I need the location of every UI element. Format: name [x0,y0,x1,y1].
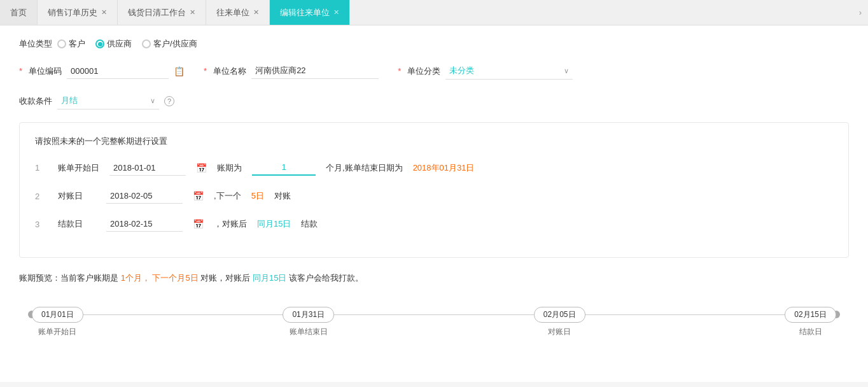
unit-type-group: 单位类型 客户 供应商 客户/供应商 [19,38,197,50]
preview-text: 账期预览：当前客户账期是 1个月， 下一个月5日 对账，对账后 同月15日 该客… [19,271,849,285]
timeline-label-1: 账单开始日 [38,327,76,337]
tab-partners-close[interactable]: ✕ [253,8,259,17]
radio-customer[interactable]: 客户 [57,38,85,50]
radio-group: 客户 供应商 客户/供应商 [57,38,197,50]
tab-edit-partner[interactable]: 编辑往来单位 ✕ [270,0,350,25]
unit-category-arrow: ∨ [564,67,569,75]
unit-category-label: 单位分类 [407,66,440,77]
unit-code-input[interactable] [67,64,169,79]
payment-terms-dropdown[interactable]: 月结 ∨ [57,92,159,109]
payment-terms-value: 月结 [61,95,148,106]
preview-label: 账期预览：当前客户账期是 [19,273,118,283]
timeline-label-4: 结款日 [799,327,822,337]
unit-category-dropdown[interactable]: 未分类 ∨ [445,62,573,80]
timeline-node-4: 02月15日 结款日 [785,307,836,337]
timeline-container: 01月01日 账单开始日 01月31日 账单结束日 02月05日 对账日 02月… [19,300,849,356]
row-3-highlight: 同月15日 [257,218,291,230]
row-1-cal-icon[interactable]: 📅 [196,163,207,173]
row-1-suffix-before: 账期为 [217,162,242,174]
row-3-cal-icon[interactable]: 📅 [193,219,204,229]
timeline-badge-1: 01月01日 [32,307,83,323]
radio-supplier-label: 供应商 [107,38,132,50]
timeline-node-3: 02月05日 对账日 [534,307,585,337]
unit-name-group: * 单位名称 [204,64,379,79]
radio-supplier[interactable]: 供应商 [95,38,132,50]
row-2-suffix: 对账 [274,190,291,202]
unit-name-label: 单位名称 [213,66,246,77]
payment-terms-row: 收款条件 月结 ∨ ? [19,92,849,109]
timeline-node-2: 01月31日 账单结束日 [283,307,334,337]
row-2-date-input[interactable] [106,188,183,204]
row-3-num: 3 [35,220,48,229]
payment-terms-group: 收款条件 月结 ∨ ? [19,92,174,109]
row-2-label: 对账日 [58,190,96,202]
preview-part2: 下一个月5日 [152,273,198,283]
unit-code-label: 单位编码 [29,66,62,77]
timeline-label-3: 对账日 [548,327,571,337]
unit-name-star: * [204,66,207,76]
payment-terms-arrow: ∨ [150,97,155,105]
row-2-cal-icon[interactable]: 📅 [193,191,204,201]
timeline-label-2: 账单结束日 [290,327,328,337]
period-input[interactable] [252,160,316,176]
row-1-highlight: 2018年01月31日 [413,162,475,174]
tab-cash-work[interactable]: 钱货日清工作台 ✕ [118,0,206,25]
unit-info-row: * 单位编码 📋 * 单位名称 * 单位分类 未分类 ∨ [19,62,849,80]
data-row-2: 2 对账日 📅 ,下一个 5日 对账 [35,188,833,204]
row-1-label: 账单开始日 [58,162,99,174]
tab-partners[interactable]: 往来单位 ✕ [206,0,270,25]
radio-both[interactable]: 客户/供应商 [142,38,197,50]
unit-name-input[interactable] [251,64,379,79]
unit-code-group: * 单位编码 📋 [19,64,185,79]
radio-supplier-circle [95,39,104,48]
radio-customer-label: 客户 [69,38,85,50]
radio-customer-circle [57,39,66,48]
tab-sales-history-close[interactable]: ✕ [101,8,107,17]
radio-both-label: 客户/供应商 [153,38,197,50]
timeline-badge-2: 01月31日 [283,307,334,323]
tab-edit-partner-close[interactable]: ✕ [333,8,339,17]
row-2-num: 2 [35,192,48,201]
row-3-date-input[interactable] [106,216,183,232]
tab-cash-work-close[interactable]: ✕ [190,8,195,17]
row-3-suffix: 结款 [301,218,318,230]
timeline-node-1: 01月01日 账单开始日 [32,307,83,337]
tab-arrow[interactable]: › [853,0,868,25]
row-3-prefix: ，对账后 [214,218,247,230]
row-2-highlight: 5日 [251,190,264,202]
unit-code-star: * [19,66,22,76]
unit-type-row: 单位类型 客户 供应商 客户/供应商 [19,38,849,50]
row-1-suffix-after: 个月,账单结束日期为 [326,162,403,174]
tab-home[interactable]: 首页 [0,0,38,25]
payment-terms-label: 收款条件 [19,95,52,107]
data-row-1: 1 账单开始日 📅 账期为 个月,账单结束日期为 2018年01月31日 [35,160,833,176]
row-1-date-input[interactable] [109,160,186,176]
row-1-num: 1 [35,163,48,172]
radio-both-circle [142,39,151,48]
unit-category-star: * [398,66,401,76]
section-card: 请按照未来的一个完整帐期进行设置 1 账单开始日 📅 账期为 个月,账单结束日期… [19,122,849,258]
main-content: 单位类型 客户 供应商 客户/供应商 * 单位编码 [0,25,868,382]
help-icon[interactable]: ? [164,96,174,106]
preview-part4: 同月15日 [253,273,286,283]
tab-sales-history-label: 销售订单历史 [48,7,97,18]
preview-part1: 1个月， [121,273,150,283]
unit-type-label: 单位类型 [19,38,52,50]
timeline-badge-4: 02月15日 [785,307,836,323]
unit-code-copy-icon[interactable]: 📋 [174,66,185,76]
row-2-prefix: ,下一个 [214,190,241,202]
row-3-label: 结款日 [58,218,96,230]
unit-category-value: 未分类 [449,65,561,76]
section-title: 请按照未来的一个完整帐期进行设置 [35,136,833,147]
tab-edit-partner-label: 编辑往来单位 [280,7,330,18]
tab-bar: 首页 销售订单历史 ✕ 钱货日清工作台 ✕ 往来单位 ✕ 编辑往来单位 ✕ › [0,0,868,25]
tab-partners-label: 往来单位 [216,7,249,18]
tab-cash-work-label: 钱货日清工作台 [128,7,186,18]
tab-sales-history[interactable]: 销售订单历史 ✕ [38,0,118,25]
preview-part3: 对账，对账后 [200,273,250,283]
data-row-3: 3 结款日 📅 ，对账后 同月15日 结款 [35,216,833,232]
preview-part5: 该客户会给我打款。 [289,273,363,283]
timeline-badge-3: 02月05日 [534,307,585,323]
timeline-items: 01月01日 账单开始日 01月31日 账单结束日 02月05日 对账日 02月… [32,307,836,337]
tab-home-label: 首页 [10,7,27,18]
